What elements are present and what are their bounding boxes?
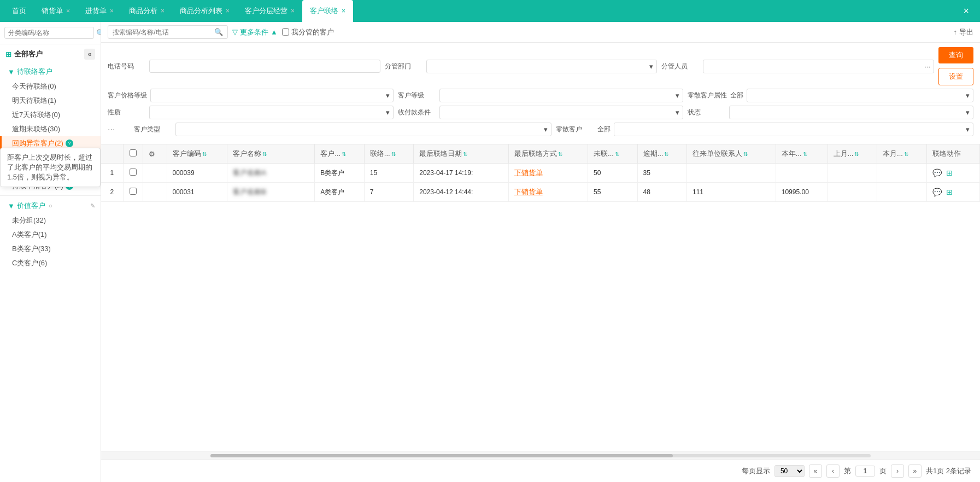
sidebar-item-overdue[interactable]: 逾期未联络(30) [0,122,101,136]
th-contacts: 联络... ⇅ [364,144,413,164]
tab-product-analysis-list[interactable]: 商品分析列表 × [172,0,237,22]
scattered-customer-inline-label: 全部 [597,125,611,134]
th-unit-contacts: 往来单位联系人 ⇅ [687,144,776,164]
payment-select[interactable]: ▾ [439,106,684,119]
dept-select[interactable]: ▾ [426,60,658,73]
sidebar-item-c-class[interactable]: C类客户(6) [0,256,101,270]
main-container: 🔍 ⊞ 全部客户 « ▼ 待联络客户 今天待联络(0) 明天待联络(1) 近7天… [0,22,980,482]
customer-type-select[interactable]: ▾ [175,123,551,136]
row1-checkbox[interactable] [130,169,137,176]
scattered-customer-select[interactable]: ▾ [614,123,973,136]
price-grade-select[interactable]: ▾ [150,89,394,102]
customer-type-label: 客户类型 [134,125,172,134]
sort-icon-method[interactable]: ⇅ [558,151,562,157]
row1-contacts: 15 [364,164,413,183]
customer-grade-select[interactable]: ▾ [439,89,684,102]
sidebar-search-button[interactable]: 🔍 [96,26,101,39]
scattered-attr-select[interactable]: ▾ [747,89,973,102]
sort-icon-contacts[interactable]: ⇅ [391,151,396,157]
my-customers-checkbox[interactable] [282,28,289,36]
sort-icon-name[interactable]: ⇅ [262,151,267,157]
filter-cell-payment: 收付款条件 ▾ [398,106,684,119]
select-all-checkbox[interactable] [130,149,137,156]
nature-select[interactable]: ▾ [149,106,394,119]
sort-icon-year[interactable]: ⇅ [803,151,807,157]
person-select[interactable]: ··· [703,60,934,73]
pending-group-title[interactable]: ▼ 待联络客户 [0,64,101,79]
sort-icon-overdue[interactable]: ⇅ [664,151,668,157]
close-tier-tab[interactable]: × [291,7,295,15]
query-button[interactable]: 查询 [938,47,973,63]
more-filter-dots[interactable]: ··· [108,125,115,135]
export-button[interactable]: ↑ 导出 [954,27,974,37]
row2-method-link[interactable]: 下销货单 [514,188,543,196]
sort-icon-uncontacted[interactable]: ⇅ [615,151,619,157]
close-contact-tab[interactable]: × [342,7,345,15]
tab-product-analysis[interactable]: 商品分析 × [121,0,172,22]
row1-more-icon[interactable]: ⊞ [946,169,953,177]
horizontal-scrollbar[interactable] [101,451,980,460]
close-sales-tab[interactable]: × [66,7,70,15]
row1-chat-icon[interactable]: 💬 [932,169,942,177]
tooltip-popup: 距客户上次交易时长，超过了此客户的平均交易周期的1.5倍，则视为异常。 [0,148,101,187]
page-number-input[interactable] [855,466,875,477]
sort-icon-date[interactable]: ⇅ [463,151,467,157]
sidebar-search-input[interactable] [4,27,94,39]
scattered-attr-label: 零散客户属性 [688,91,727,100]
row1-method-link[interactable]: 下销货单 [514,169,543,177]
filter-bar: 🔍 ▽ 更多条件 ▲ 我分管的客户 ↑ 导出 [101,22,980,43]
tab-customer-tier[interactable]: 客户分层经营 × [237,0,302,22]
value-group-title[interactable]: ▼ 价值客户 ○ ✎ [0,198,101,213]
sort-icon-unit[interactable]: ⇅ [743,151,748,157]
search-input[interactable] [113,28,212,36]
th-settings[interactable]: ⚙ [143,144,167,164]
prev-page-button[interactable]: ‹ [826,464,840,478]
sidebar-item-today[interactable]: 今天待联络(0) [0,79,101,94]
row2-last-method[interactable]: 下销货单 [508,183,588,202]
my-customers-checkbox-area: 我分管的客户 [282,27,334,37]
sort-icon-lastmonth[interactable]: ⇅ [854,151,859,157]
chevron-down-icon: ▾ [649,62,653,71]
chevron-down-icon: ▾ [386,108,390,117]
row2-chat-icon[interactable]: 💬 [932,188,942,196]
collapse-btn[interactable]: « [84,49,95,60]
edit-icon[interactable]: ○ [49,202,52,209]
sidebar-item-a-class[interactable]: A类客户(1) [0,228,101,242]
next-page-button[interactable]: › [891,464,904,478]
close-list-tab[interactable]: × [226,7,230,15]
sort-icon-thismonth[interactable]: ⇅ [904,151,908,157]
scrollbar-thumb[interactable] [210,454,673,457]
phone-input[interactable] [149,60,380,73]
tab-home[interactable]: 首页 [4,0,34,22]
sidebar-item-ungroup[interactable]: 未分组(32) [0,213,101,228]
sort-icon-code[interactable]: ⇅ [202,151,207,157]
table-settings-icon[interactable]: ⚙ [149,150,155,158]
all-customers-title[interactable]: ⊞ 全部客户 « [0,44,101,64]
row2-checkbox[interactable] [130,188,137,195]
close-product-tab[interactable]: × [161,7,165,15]
sidebar-item-b-class[interactable]: B类客户(33) [0,242,101,256]
tab-sales[interactable]: 销货单 × [34,0,78,22]
last-page-button[interactable]: » [908,464,922,478]
row2-more-icon[interactable]: ⊞ [946,188,953,196]
row2-overdue: 48 [637,183,686,202]
info-icon-repurchase[interactable]: ? [66,140,73,147]
per-page-select[interactable]: 50 100 200 [774,465,805,477]
sidebar-item-tomorrow[interactable]: 明天待联络(1) [0,94,101,108]
dept-label: 分管部门 [385,62,423,71]
first-page-button[interactable]: « [809,464,822,478]
setting-button[interactable]: 设置 [938,68,973,85]
status-select[interactable]: ▾ [729,106,973,119]
settings-icon[interactable]: ✎ [90,202,95,210]
tab-purchase[interactable]: 进货单 × [78,0,121,22]
window-close-button[interactable]: × [956,5,976,17]
row1-last-method[interactable]: 下销货单 [508,164,588,183]
tab-customer-contact[interactable]: 客户联络 × [302,0,353,22]
sidebar-item-7days[interactable]: 近7天待联络(0) [0,108,101,122]
more-conditions-btn[interactable]: ▽ 更多条件 ▲ [232,27,278,37]
filter-cell-customer-type: 客户类型 ▾ [134,123,551,136]
row2-contacts: 7 [364,183,413,202]
close-purchase-tab[interactable]: × [110,7,114,15]
sort-icon-type[interactable]: ⇅ [342,151,346,157]
row1-code: 000039 [167,164,227,183]
